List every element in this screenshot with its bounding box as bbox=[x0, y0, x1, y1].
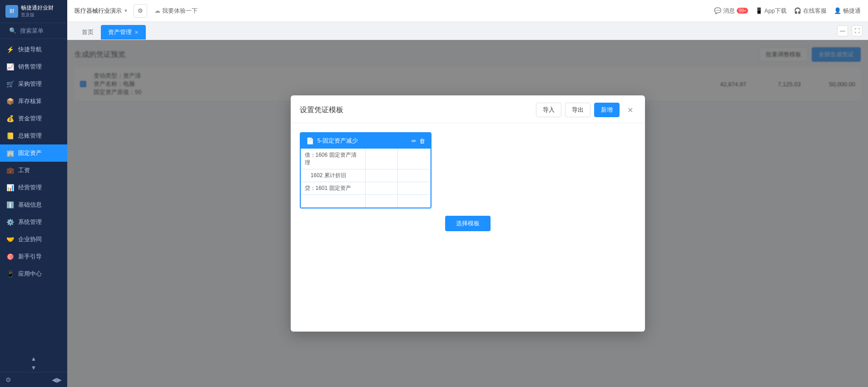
message-badge: 99+ bbox=[737, 8, 748, 14]
purchase-label: 采购管理 bbox=[18, 80, 42, 88]
sales-icon: 📈 bbox=[5, 63, 15, 70]
entry-credit-1 bbox=[398, 149, 430, 169]
inventory-icon: 📦 bbox=[5, 98, 15, 105]
logo-icon: 财 bbox=[5, 5, 18, 18]
topbar: 医疗器械行业演示 ▼ ⚙ ☁ 我要体验一下 💬 消息 99+ 📱 App下载 bbox=[67, 0, 868, 22]
purchase-icon: 🛒 bbox=[5, 80, 15, 88]
set-template-dialog: 设置凭证模板 导入 导出 新增 ✕ 📄 5-固定资产减少 bbox=[291, 95, 645, 332]
sidebar-nav: ⚡ 快捷导航 📈 销售管理 🛒 采购管理 📦 库存核算 💰 资金管理 📒 总账管… bbox=[0, 39, 67, 354]
app-name: 畅捷通好业财 bbox=[21, 5, 54, 12]
template-card-header: 📄 5-固定资产减少 ✏ 🗑 bbox=[301, 133, 431, 149]
basic-info-icon: ℹ️ bbox=[5, 201, 15, 208]
settings-button[interactable]: ⚙ bbox=[134, 4, 147, 18]
entry-credit-4 bbox=[398, 195, 430, 208]
capital-label: 资金管理 bbox=[18, 114, 42, 123]
sidebar-item-capital[interactable]: 💰 资金管理 bbox=[0, 110, 67, 127]
fixed-assets-icon: 🏢 bbox=[5, 149, 15, 157]
sidebar-item-basic-info[interactable]: ℹ️ 基础信息 bbox=[0, 196, 67, 213]
operations-icon: 📊 bbox=[5, 184, 15, 191]
ledger-icon: 📒 bbox=[5, 132, 15, 139]
entry-label-2: 1602 累计折旧 bbox=[301, 169, 366, 182]
tab-expand-button[interactable]: ⛶ bbox=[852, 25, 863, 36]
sidebar-bottom: ⚙ ◀▶ bbox=[0, 372, 67, 387]
company-selector[interactable]: 医疗器械行业演示 ▼ bbox=[74, 7, 130, 15]
content-area: 生成的凭证预览 批量调整模板 全部生成凭证 ✓ 变动类型：资产清 资产名称：电脑… bbox=[67, 40, 868, 387]
sidebar-item-ledger[interactable]: 📒 总账管理 bbox=[0, 127, 67, 144]
sidebar-item-sales[interactable]: 📈 销售管理 bbox=[0, 58, 67, 75]
template-card: 📄 5-固定资产减少 ✏ 🗑 借：1606 固定资产清理 bbox=[300, 132, 432, 208]
quick-nav-icon: ⚡ bbox=[5, 46, 15, 53]
sidebar-search[interactable]: 🔍 搜索菜单 bbox=[0, 23, 67, 39]
sidebar-item-fixed-assets[interactable]: 🏢 固定资产 bbox=[0, 144, 67, 162]
dialog-header: 设置凭证模板 导入 导出 新增 ✕ bbox=[291, 95, 645, 123]
inventory-label: 库存核算 bbox=[18, 97, 42, 105]
entry-label-3: 贷：1601 固定资产 bbox=[301, 182, 366, 195]
template-edit-icon[interactable]: ✏ bbox=[412, 138, 417, 144]
sidebar-item-purchase[interactable]: 🛒 采购管理 bbox=[0, 75, 67, 93]
new-template-button[interactable]: 新增 bbox=[594, 103, 620, 117]
sidebar-item-inventory[interactable]: 📦 库存核算 bbox=[0, 93, 67, 110]
guide-label: 新手引导 bbox=[18, 253, 42, 261]
company-name: 医疗器械行业演示 bbox=[74, 7, 122, 15]
app-edition: 普及版 bbox=[21, 12, 54, 18]
tab-close-icon[interactable]: ✕ bbox=[134, 30, 139, 35]
sidebar-item-enterprise[interactable]: 🤝 企业协同 bbox=[0, 231, 67, 248]
user-avatar-button[interactable]: 👤 畅捷通 bbox=[834, 7, 861, 15]
capital-icon: 💰 bbox=[5, 115, 15, 122]
app-download-button[interactable]: 📱 App下载 bbox=[755, 7, 787, 15]
user-label: 畅捷通 bbox=[843, 7, 861, 15]
bottom-settings-icon[interactable]: ⚙ bbox=[5, 376, 11, 383]
sidebar-item-system[interactable]: ⚙️ 系统管理 bbox=[0, 213, 67, 231]
entry-credit-3 bbox=[398, 182, 430, 195]
customer-service-label: 在线客服 bbox=[803, 7, 827, 15]
basic-info-label: 基础信息 bbox=[18, 201, 42, 209]
ledger-label: 总账管理 bbox=[18, 132, 42, 140]
topbar-right: 💬 消息 99+ 📱 App下载 🎧 在线客服 👤 畅捷通 bbox=[714, 7, 861, 15]
sidebar-item-operations[interactable]: 📊 经营管理 bbox=[0, 179, 67, 196]
sidebar-item-app-center[interactable]: 📱 应用中心 bbox=[0, 265, 67, 283]
entry-credit-2 bbox=[398, 169, 430, 182]
cloud-icon: ☁ bbox=[154, 7, 160, 14]
message-icon: 💬 bbox=[714, 7, 721, 14]
settings-icon: ⚙ bbox=[138, 7, 143, 14]
entry-debit-2 bbox=[366, 169, 398, 182]
enterprise-icon: 🤝 bbox=[5, 236, 15, 243]
message-button[interactable]: 💬 消息 99+ bbox=[714, 7, 748, 15]
sidebar-scroll-down[interactable]: ▼ bbox=[0, 363, 67, 372]
message-label: 消息 bbox=[723, 7, 735, 15]
sidebar-item-payroll[interactable]: 💼 工资 bbox=[0, 162, 67, 179]
dialog-close-button[interactable]: ✕ bbox=[625, 104, 636, 115]
tab-home[interactable]: 首页 bbox=[74, 25, 101, 40]
import-button[interactable]: 导入 bbox=[536, 103, 561, 117]
export-button[interactable]: 导出 bbox=[565, 103, 590, 117]
tab-minimize-button[interactable]: — bbox=[837, 25, 848, 36]
tabbar-controls: — ⛶ bbox=[837, 25, 863, 36]
customer-service-button[interactable]: 🎧 在线客服 bbox=[794, 7, 827, 15]
app-center-label: 应用中心 bbox=[18, 270, 42, 278]
sales-label: 销售管理 bbox=[18, 63, 42, 71]
template-entry-row bbox=[301, 195, 430, 208]
template-actions: ✏ 🗑 bbox=[412, 138, 425, 144]
payroll-label: 工资 bbox=[18, 166, 30, 174]
sidebar-item-guide[interactable]: 🎯 新手引导 bbox=[0, 248, 67, 265]
entry-debit-1 bbox=[366, 149, 398, 169]
sidebar-item-quick-nav[interactable]: ⚡ 快捷导航 bbox=[0, 41, 67, 58]
trial-text: 我要体验一下 bbox=[162, 7, 198, 15]
entry-label-4 bbox=[301, 195, 366, 208]
entry-debit-3 bbox=[366, 182, 398, 195]
template-delete-icon[interactable]: 🗑 bbox=[419, 138, 425, 144]
trial-area: ☁ 我要体验一下 bbox=[154, 7, 198, 15]
bottom-collapse-icon[interactable]: ◀▶ bbox=[52, 376, 62, 383]
tab-asset-mgmt[interactable]: 资产管理 ✕ bbox=[101, 25, 146, 40]
entry-debit-4 bbox=[366, 195, 398, 208]
search-label: 搜索菜单 bbox=[20, 27, 44, 35]
enterprise-label: 企业协同 bbox=[18, 235, 42, 243]
tab-home-label: 首页 bbox=[82, 28, 94, 36]
template-entry-row: 借：1606 固定资产清理 bbox=[301, 149, 430, 169]
system-icon: ⚙️ bbox=[5, 218, 15, 226]
sidebar-scroll-up[interactable]: ▲ bbox=[0, 354, 67, 363]
select-template-button[interactable]: 选择模板 bbox=[445, 216, 491, 231]
dialog-header-buttons: 导入 导出 新增 bbox=[536, 103, 620, 117]
operations-label: 经营管理 bbox=[18, 184, 42, 192]
quick-nav-label: 快捷导航 bbox=[18, 45, 42, 54]
